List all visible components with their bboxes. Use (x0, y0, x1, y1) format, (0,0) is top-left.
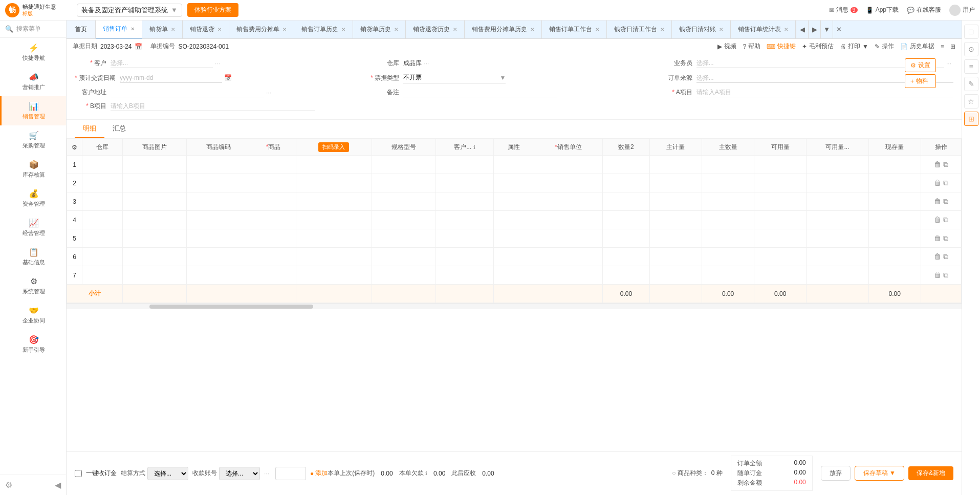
add-payment-btn[interactable]: ● 添加 (310, 469, 328, 478)
col-attribute[interactable]: 属性 (493, 139, 534, 156)
tab-prev-btn[interactable]: ◀ (796, 20, 808, 39)
col-current-stock[interactable]: 现存量 (868, 139, 921, 156)
app-download-btn[interactable]: 📱 App下载 (866, 6, 899, 14)
right-panel-btn-6[interactable]: ⊞ (964, 112, 978, 126)
tab-sales-return2[interactable]: 销货退货 ✕ (183, 20, 229, 39)
row-copy-btn[interactable]: ⧉ (943, 179, 948, 187)
customer-input[interactable] (111, 58, 213, 68)
scroll-thumb[interactable] (149, 305, 313, 309)
help-btn[interactable]: ? 帮助 (743, 42, 760, 51)
row-delete-btn[interactable]: 🗑 (934, 216, 941, 224)
right-panel-btn-2[interactable]: ⊙ (964, 42, 978, 56)
row-delete-btn[interactable]: 🗑 (934, 234, 941, 242)
a-project-input[interactable] (696, 88, 953, 97)
message-btn[interactable]: ✉ 消息 9 (829, 6, 858, 14)
row-delete-btn[interactable]: 🗑 (934, 179, 941, 187)
right-panel-btn-1[interactable]: □ (964, 25, 978, 39)
col-spec[interactable]: 规格型号 (372, 139, 435, 156)
row-copy-btn[interactable]: ⧉ (943, 271, 948, 279)
tab-close-icon[interactable]: ✕ (394, 27, 398, 32)
tab-close-icon[interactable]: ✕ (130, 26, 135, 32)
tab-close-icon[interactable]: ✕ (453, 27, 457, 32)
sidebar-item-operations[interactable]: 📈 经营管理 (0, 213, 66, 242)
tab-return-history2[interactable]: 销货退货历史 ✕ (406, 20, 465, 39)
quick-order-checkbox[interactable] (75, 470, 82, 477)
col-customer-order[interactable]: 客户... ℹ (436, 139, 493, 156)
sidebar-item-quicknav[interactable]: ⚡ 快捷导航 (0, 38, 66, 67)
col-main-qty[interactable]: 主数量 (702, 139, 754, 156)
ops-btn[interactable]: ✎ 操作 (875, 42, 894, 51)
preview-btn[interactable]: ▶ 视频 (717, 42, 736, 51)
delivery-date-input[interactable] (120, 73, 222, 83)
tab-sales-stats[interactable]: 销售订单统计表 ✕ (731, 20, 796, 39)
col-warehouse[interactable]: 仓库 (82, 139, 123, 156)
col-settings[interactable]: ⚙ (67, 139, 82, 156)
row-delete-btn[interactable]: 🗑 (934, 197, 941, 205)
calendar-icon[interactable]: 📅 (135, 43, 142, 50)
collapse-icon[interactable]: ◀ (55, 480, 61, 490)
shortcut-btn[interactable]: ⌨ 快捷键 (767, 42, 796, 51)
tab-home[interactable]: 首页 (67, 20, 96, 39)
customer-dots-icon[interactable]: ··· (213, 60, 222, 67)
calendar2-icon[interactable]: 📅 (224, 74, 232, 81)
profit-btn[interactable]: ✦ 毛利预估 (802, 42, 834, 51)
tab-close-all-btn[interactable]: ✕ (833, 20, 845, 39)
col-scan[interactable]: 扫码录入 (296, 139, 372, 156)
receipt-dots-icon[interactable]: ··· (262, 470, 271, 477)
tab-expense-split[interactable]: 销售费用分摊单 ✕ (229, 20, 294, 39)
tab-close-icon[interactable]: ✕ (784, 27, 788, 32)
col-qty2[interactable]: 数量2 (602, 139, 649, 156)
tab-close-icon[interactable]: ✕ (719, 27, 723, 32)
sidebar-item-purchase[interactable]: 🛒 采购管理 (0, 125, 66, 155)
customer-addr-input[interactable] (111, 88, 264, 97)
col-sales-unit[interactable]: *销售单位 (534, 139, 602, 156)
tab-next-btn[interactable]: ▶ (808, 20, 820, 39)
tab-close-icon[interactable]: ✕ (530, 27, 534, 32)
b-project-input[interactable] (111, 101, 315, 111)
col-product-img[interactable]: 商品图片 (123, 139, 187, 156)
user-btn[interactable]: 用户 (949, 5, 975, 16)
grid-btn[interactable]: ⊞ (950, 43, 955, 50)
tab-detail[interactable]: 明细 (75, 120, 104, 138)
history-btn[interactable]: 📄 历史单据 (900, 42, 934, 51)
col-available2[interactable]: 可用量... (807, 139, 868, 156)
sidebar-item-guide[interactable]: 🎯 新手引导 (0, 330, 66, 359)
row-copy-btn[interactable]: ⧉ (943, 234, 948, 243)
tab-close-icon[interactable]: ✕ (171, 27, 175, 32)
sidebar-item-basicinfo[interactable]: 📋 基础信息 (0, 242, 66, 271)
amount-input[interactable]: 0.00 (275, 467, 306, 480)
tab-list-btn[interactable]: ▼ (820, 20, 833, 39)
sidebar-item-collab[interactable]: 🤝 企业协同 (0, 300, 66, 330)
print-btn[interactable]: 🖨 打印 ▼ (840, 42, 868, 51)
save-draft-btn[interactable]: 保存草稿 ▼ (855, 466, 904, 481)
receipt-account-select[interactable]: 选择... (219, 467, 260, 480)
save-new-btn[interactable]: 保存&新增 (908, 466, 953, 480)
sidebar-item-system[interactable]: ⚙ 系统管理 (0, 271, 66, 300)
tab-close-icon[interactable]: ✕ (660, 27, 664, 32)
tab-return-history[interactable]: 销货单历史 ✕ (353, 20, 406, 39)
layout-btn[interactable]: ≡ (941, 43, 944, 50)
discard-btn[interactable]: 放弃 (821, 466, 851, 481)
row-copy-btn[interactable]: ⧉ (943, 197, 948, 206)
tab-sales-order[interactable]: 销售订单 ✕ (96, 20, 142, 39)
online-service-btn[interactable]: 💬 在线客服 (907, 6, 941, 14)
col-available[interactable]: 可用量 (754, 139, 807, 156)
settings-bottom-icon[interactable]: ⚙ (5, 480, 12, 490)
invoice-type-select[interactable]: 不开票 ▼ (403, 72, 506, 83)
row-delete-btn[interactable]: 🗑 (934, 160, 941, 168)
system-title[interactable]: 装备及固定资产辅助管理系统 ▼ (77, 4, 182, 17)
row-copy-btn[interactable]: ⧉ (943, 160, 948, 169)
col-main-unit[interactable]: 主计量 (649, 139, 702, 156)
remarks-input[interactable] (403, 88, 557, 97)
industry-btn[interactable]: 体验行业方案 (187, 3, 238, 17)
salesperson-dots-icon[interactable]: ··· (944, 60, 953, 67)
row-delete-btn[interactable]: 🗑 (934, 252, 941, 261)
tab-summary[interactable]: 汇总 (104, 120, 134, 138)
right-panel-btn-3[interactable]: ≡ (964, 59, 978, 74)
tab-cash-workbench[interactable]: 钱货日清工作台 ✕ (607, 20, 672, 39)
row-copy-btn[interactable]: ⧉ (943, 252, 948, 261)
tab-order-workbench[interactable]: 销售订单工作台 ✕ (542, 20, 607, 39)
tab-order-history[interactable]: 销售订单历史 ✕ (294, 20, 353, 39)
add-material-btn[interactable]: + 物料 (905, 74, 936, 88)
tab-expense-history[interactable]: 销售费用分摊单历史 ✕ (465, 20, 542, 39)
